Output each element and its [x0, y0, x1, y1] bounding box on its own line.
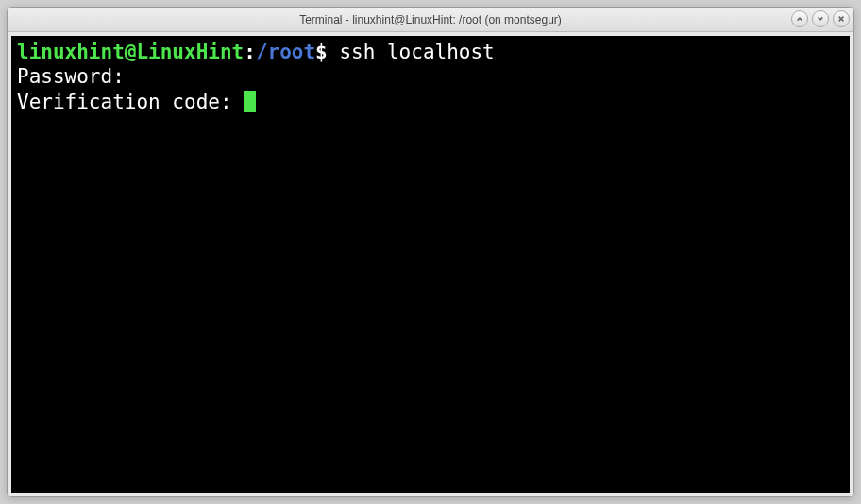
terminal-content[interactable]: linuxhint@LinuxHint:/root$ ssh localhost…	[11, 36, 850, 493]
maximize-icon	[817, 15, 824, 23]
command-text: ssh localhost	[328, 41, 495, 63]
window-controls	[791, 10, 850, 27]
window-title: Terminal - linuxhint@LinuxHint: /root (o…	[299, 13, 562, 26]
close-button[interactable]	[833, 10, 850, 27]
minimize-icon	[796, 15, 803, 23]
output-password: Password:	[17, 64, 844, 89]
prompt-user-host: linuxhint@LinuxHint	[17, 41, 244, 63]
prompt-separator: :	[244, 41, 256, 63]
close-icon	[837, 15, 845, 23]
output-verification: Verification code:	[17, 90, 844, 114]
maximize-button[interactable]	[812, 10, 829, 27]
prompt-symbol: $	[315, 41, 328, 63]
prompt-line: linuxhint@LinuxHint:/root$ ssh localhost	[17, 40, 844, 64]
verification-label: Verification code:	[17, 91, 244, 113]
minimize-button[interactable]	[791, 10, 808, 27]
terminal-window: Terminal - linuxhint@LinuxHint: /root (o…	[7, 7, 854, 497]
prompt-path: /root	[256, 41, 315, 63]
titlebar[interactable]: Terminal - linuxhint@LinuxHint: /root (o…	[8, 8, 853, 32]
cursor	[244, 91, 256, 112]
